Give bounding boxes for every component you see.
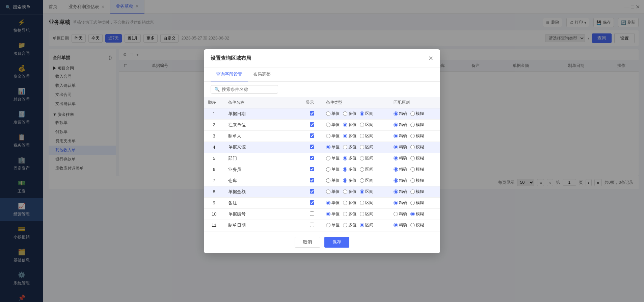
cancel-button[interactable]: 取消 — [295, 237, 320, 248]
type-single-radio[interactable] — [326, 223, 330, 227]
modal-tab-fields[interactable]: 查询字段设置 — [211, 68, 248, 81]
type-single-option[interactable]: 单值 — [326, 222, 340, 228]
type-multi-option[interactable]: 多值 — [343, 167, 356, 172]
match-fuzzy-option[interactable]: 模糊 — [410, 133, 424, 139]
match-fuzzy-radio[interactable] — [410, 201, 415, 205]
cell-show[interactable] — [302, 130, 322, 142]
type-single-option[interactable]: 单值 — [326, 178, 340, 183]
match-fuzzy-radio[interactable] — [410, 111, 415, 116]
type-range-option[interactable]: 区间 — [360, 133, 373, 139]
match-exact-option[interactable]: 精确 — [394, 111, 407, 117]
type-multi-radio[interactable] — [343, 123, 347, 127]
type-range-radio[interactable] — [360, 156, 364, 160]
show-checkbox[interactable] — [310, 189, 314, 194]
show-checkbox[interactable] — [310, 200, 314, 205]
match-fuzzy-option[interactable]: 模糊 — [410, 222, 424, 228]
type-multi-option[interactable]: 多值 — [343, 122, 356, 128]
type-range-radio[interactable] — [360, 223, 364, 227]
type-range-option[interactable]: 区间 — [360, 155, 373, 161]
type-multi-option[interactable]: 多值 — [343, 211, 356, 217]
show-checkbox[interactable] — [310, 111, 314, 116]
match-exact-option[interactable]: 精确 — [394, 167, 407, 172]
type-single-option[interactable]: 单值 — [326, 144, 340, 150]
type-single-radio[interactable] — [326, 156, 330, 160]
match-exact-radio[interactable] — [394, 167, 398, 172]
show-checkbox[interactable] — [310, 178, 314, 182]
match-exact-option[interactable]: 精确 — [394, 211, 407, 217]
match-fuzzy-radio[interactable] — [410, 156, 415, 160]
type-single-radio[interactable] — [326, 134, 330, 138]
show-checkbox[interactable] — [310, 156, 314, 160]
match-fuzzy-option[interactable]: 模糊 — [410, 178, 424, 183]
type-multi-radio[interactable] — [343, 212, 347, 216]
type-multi-option[interactable]: 多值 — [343, 133, 356, 139]
type-multi-radio[interactable] — [343, 223, 347, 227]
modal-overlay[interactable]: 设置查询区域布局 ✕ 查询字段设置 布局调整 🔍 — [0, 0, 644, 302]
match-fuzzy-option[interactable]: 模糊 — [410, 122, 424, 128]
type-range-radio[interactable] — [360, 190, 364, 194]
match-exact-option[interactable]: 精确 — [394, 122, 407, 128]
match-fuzzy-radio[interactable] — [410, 212, 415, 216]
type-single-radio[interactable] — [326, 178, 330, 183]
type-multi-option[interactable]: 多值 — [343, 155, 356, 161]
type-single-radio[interactable] — [326, 167, 330, 172]
match-fuzzy-radio[interactable] — [410, 167, 415, 172]
type-range-radio[interactable] — [360, 178, 364, 183]
match-exact-radio[interactable] — [394, 190, 398, 194]
type-multi-option[interactable]: 多值 — [343, 189, 356, 195]
match-fuzzy-option[interactable]: 模糊 — [410, 155, 424, 161]
type-range-radio[interactable] — [360, 123, 364, 127]
match-fuzzy-radio[interactable] — [410, 134, 415, 138]
type-multi-option[interactable]: 多值 — [343, 111, 356, 117]
match-fuzzy-radio[interactable] — [410, 223, 415, 227]
type-single-option[interactable]: 单值 — [326, 122, 340, 128]
show-checkbox[interactable] — [310, 223, 314, 227]
show-checkbox[interactable] — [310, 145, 314, 149]
type-range-option[interactable]: 区间 — [360, 111, 373, 117]
modal-tab-layout[interactable]: 布局调整 — [248, 68, 276, 81]
match-fuzzy-option[interactable]: 模糊 — [410, 211, 424, 217]
cell-show[interactable] — [302, 164, 322, 175]
type-multi-option[interactable]: 多值 — [343, 144, 356, 150]
type-multi-option[interactable]: 多值 — [343, 200, 356, 206]
match-exact-radio[interactable] — [394, 201, 398, 205]
match-exact-option[interactable]: 精确 — [394, 144, 407, 150]
match-exact-radio[interactable] — [394, 178, 398, 183]
match-fuzzy-option[interactable]: 模糊 — [410, 111, 424, 117]
type-single-option[interactable]: 单值 — [326, 189, 340, 195]
show-checkbox[interactable] — [310, 211, 314, 216]
type-single-radio[interactable] — [326, 123, 330, 127]
type-range-radio[interactable] — [360, 201, 364, 205]
match-exact-option[interactable]: 精确 — [394, 178, 407, 183]
modal-close-button[interactable]: ✕ — [428, 55, 433, 62]
show-checkbox[interactable] — [310, 133, 314, 138]
type-range-option[interactable]: 区间 — [360, 144, 373, 150]
type-multi-radio[interactable] — [343, 190, 347, 194]
match-exact-radio[interactable] — [394, 145, 398, 149]
match-exact-option[interactable]: 精确 — [394, 200, 407, 206]
type-multi-radio[interactable] — [343, 111, 347, 116]
type-range-option[interactable]: 区间 — [360, 200, 373, 206]
type-range-radio[interactable] — [360, 212, 364, 216]
match-exact-option[interactable]: 精确 — [394, 222, 407, 228]
match-fuzzy-radio[interactable] — [410, 178, 415, 183]
type-range-option[interactable]: 区间 — [360, 211, 373, 217]
modal-save-button[interactable]: 保存 — [324, 237, 349, 248]
cell-show[interactable] — [302, 186, 322, 197]
type-single-radio[interactable] — [326, 201, 330, 205]
match-exact-radio[interactable] — [394, 212, 398, 216]
match-exact-radio[interactable] — [394, 123, 398, 127]
type-range-option[interactable]: 区间 — [360, 222, 373, 228]
type-range-option[interactable]: 区间 — [360, 122, 373, 128]
type-multi-radio[interactable] — [343, 201, 347, 205]
match-fuzzy-option[interactable]: 模糊 — [410, 200, 424, 206]
match-fuzzy-option[interactable]: 模糊 — [410, 189, 424, 195]
type-single-option[interactable]: 单值 — [326, 155, 340, 161]
type-multi-radio[interactable] — [343, 156, 347, 160]
type-multi-radio[interactable] — [343, 167, 347, 172]
cell-show[interactable] — [302, 142, 322, 153]
type-single-radio[interactable] — [326, 145, 330, 149]
type-multi-radio[interactable] — [343, 134, 347, 138]
type-single-radio[interactable] — [326, 111, 330, 116]
type-single-option[interactable]: 单值 — [326, 133, 340, 139]
